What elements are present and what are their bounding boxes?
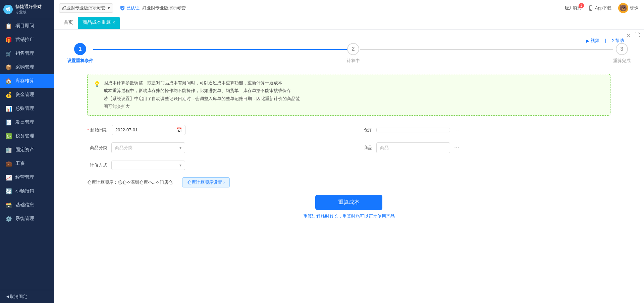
info-line1: 因成本计算参数调整，或是对商品成本有疑问时，可以通过成本重算功能，重新计算一遍成… — [104, 79, 300, 87]
sidebar-item-system[interactable]: ⚙️ 系统管理 — [0, 212, 54, 226]
required-mark: * — [87, 127, 89, 132]
info-content: 因成本计算参数调整，或是对商品成本有疑问时，可以通过成本重算功能，重新计算一遍成… — [104, 79, 300, 111]
user-menu[interactable]: 🐻 珠珠 — [618, 3, 639, 13]
step-1-label: 设置重算条件 — [67, 58, 93, 64]
warehouse-more-icon[interactable]: ··· — [454, 126, 459, 133]
sidebar-item-expense[interactable]: 🔄 小畅报销 — [0, 184, 54, 198]
category-label: 商品分类 — [87, 145, 107, 151]
app-logo-icon: 畅 — [3, 5, 13, 14]
sidebar-item-marketing[interactable]: 🎁 营销推广 — [0, 33, 54, 47]
sidebar-item-operation[interactable]: 📈 经营管理 — [0, 171, 54, 184]
chevron-right-icon: › — [223, 180, 225, 185]
sidebar-item-label: 发票管理 — [15, 119, 34, 125]
info-box: 💡 因成本计算参数调整，或是对商品成本有疑问时，可以通过成本重算功能，重新计算一… — [87, 74, 610, 116]
warehouse-group: 仓库 ··· — [352, 126, 610, 133]
play-icon: ▶ — [586, 38, 589, 43]
warehouse-order-settings-button[interactable]: 仓库计算顺序设置 › — [182, 177, 230, 187]
form-area: * 起始日期 2022-07-01 📅 仓库 ··· — [67, 125, 631, 187]
step-line-2 — [360, 49, 613, 50]
step-3-circle: 3 — [616, 43, 628, 55]
sidebar: 畅 畅捷通好业财 专业版 📋 项目顾问 🎁 营销推广 🛒 销售管理 📦 采购管理… — [0, 0, 54, 303]
sidebar-unpin-button[interactable]: ◄取消固定 — [0, 290, 54, 303]
sidebar-item-label: 小畅报销 — [15, 188, 34, 194]
warehouse-label: 仓库 — [352, 127, 372, 133]
warehouse-order-btn-label: 仓库计算顺序设置 — [187, 179, 222, 185]
form-row-2: 商品分类 商品分类 ▾ 商品 商品 ··· — [87, 142, 610, 153]
goods-input[interactable]: 商品 — [376, 142, 450, 153]
project-icon: 📋 — [5, 23, 12, 29]
sidebar-item-label: 基础信息 — [15, 202, 34, 208]
recalc-section: 重算成本 重算过程耗时较长，重算时您可以正常使用产品 — [67, 195, 631, 219]
sidebar-item-label: 营销推广 — [15, 37, 34, 43]
system-icon: ⚙️ — [5, 216, 12, 222]
step-1: 1 设置重算条件 — [67, 43, 93, 64]
message-button[interactable]: 消息 1 — [565, 5, 581, 11]
info-line2: 成本重算过程中，影响库存账的操作均不能操作，比如进货单、销货单、库存单据不能审核… — [104, 87, 300, 94]
sidebar-item-base[interactable]: 🗃️ 基础信息 — [0, 198, 54, 212]
step-1-circle: 1 — [74, 43, 86, 55]
sidebar-item-sales[interactable]: 🛒 销售管理 — [0, 47, 54, 60]
recalc-button[interactable]: 重算成本 — [315, 195, 382, 210]
sidebar-item-label: 项目顾问 — [15, 23, 34, 29]
tab-active-label: 商品成本重算 — [83, 19, 111, 26]
sidebar-item-label: 经营管理 — [15, 174, 34, 180]
tab-cost-recalc[interactable]: 商品成本重算 × — [78, 17, 120, 29]
user-name: 珠珠 — [630, 5, 639, 11]
inventory-icon: 🏠 — [5, 78, 12, 84]
account-selector[interactable]: 好业财专业版演示帐套 ▾ — [59, 3, 113, 13]
step-3: 3 重算完成 — [613, 43, 631, 64]
sidebar-item-label: 税务管理 — [15, 133, 34, 139]
category-placeholder: 商品分类 — [115, 145, 132, 151]
sidebar-nav: 📋 项目顾问 🎁 营销推广 🛒 销售管理 📦 采购管理 🏠 库存核算 💰 资金管… — [0, 19, 54, 290]
marketing-icon: 🎁 — [5, 37, 12, 43]
sidebar-item-salary[interactable]: 💼 工资 — [0, 157, 54, 171]
start-date-input[interactable]: 2022-07-01 📅 — [112, 125, 185, 135]
expand-icon[interactable]: ⛶ — [635, 32, 640, 39]
top-bar: 好业财专业版演示帐套 ▾ 已认证 好业财专业版演示帐套 消息 1 — [54, 0, 644, 16]
sidebar-item-finance[interactable]: 💰 资金管理 — [0, 88, 54, 102]
sidebar-item-inventory[interactable]: 🏠 库存核算 — [0, 74, 54, 88]
sidebar-item-label: 销售管理 — [15, 50, 34, 56]
user-avatar: 🐻 — [618, 3, 628, 13]
sidebar-item-invoice[interactable]: 🧾 发票管理 — [0, 116, 54, 129]
window-controls: ✕ ⛶ — [626, 32, 640, 39]
pricing-label: 计价方式 — [87, 162, 107, 168]
sidebar-item-assets[interactable]: 🏢 固定资产 — [0, 143, 54, 157]
category-input[interactable]: 商品分类 ▾ — [111, 142, 185, 153]
category-group: 商品分类 商品分类 ▾ — [87, 142, 345, 153]
goods-label: 商品 — [352, 145, 372, 151]
sidebar-item-accounting[interactable]: 📊 总账管理 — [0, 102, 54, 116]
sidebar-item-purchase[interactable]: 📦 采购管理 — [0, 60, 54, 74]
top-bar-left: 好业财专业版演示帐套 ▾ 已认证 好业财专业版演示帐套 — [59, 3, 186, 13]
step-2-label: 计算中 — [347, 58, 360, 64]
goods-more-icon[interactable]: ··· — [454, 144, 459, 151]
sidebar-item-label: 资金管理 — [15, 92, 34, 98]
pricing-chevron-icon: ▾ — [179, 163, 181, 168]
phone-icon — [588, 5, 593, 11]
video-link[interactable]: ▶ 视频 — [586, 38, 599, 44]
app-download-label: App下载 — [595, 5, 611, 11]
step-2: 2 计算中 — [347, 43, 360, 64]
app-name: 畅捷通好业财 — [15, 4, 42, 10]
sidebar-item-label: 系统管理 — [15, 216, 34, 222]
sidebar-item-label: 工资 — [15, 161, 25, 167]
pricing-input[interactable]: ▾ — [111, 161, 185, 170]
form-row-3: 计价方式 ▾ — [87, 161, 610, 170]
shield-icon — [120, 5, 125, 11]
warehouse-input[interactable] — [376, 128, 450, 132]
salary-icon: 💼 — [5, 161, 12, 167]
close-icon[interactable]: ✕ — [626, 32, 631, 39]
tab-close-icon[interactable]: × — [113, 20, 115, 25]
sidebar-item-tax[interactable]: 💹 税务管理 — [0, 129, 54, 143]
recalc-hint: 重算过程耗时较长，重算时您可以正常使用产品 — [303, 213, 395, 219]
tabs-bar: 首页 商品成本重算 × — [54, 16, 644, 30]
goods-group: 商品 商品 ··· — [352, 142, 610, 153]
recalc-btn-label: 重算成本 — [338, 199, 360, 205]
tab-home[interactable]: 首页 — [59, 17, 78, 29]
calendar-icon: 📅 — [176, 127, 182, 133]
sidebar-item-project[interactable]: 📋 项目顾问 — [0, 19, 54, 33]
top-bar-right: 消息 1 App下载 🐻 珠珠 — [565, 3, 639, 13]
category-chevron-icon: ▾ — [179, 145, 181, 150]
app-download-button[interactable]: App下载 — [588, 5, 611, 11]
stepper: 1 设置重算条件 2 计算中 3 重算完成 — [67, 43, 631, 64]
